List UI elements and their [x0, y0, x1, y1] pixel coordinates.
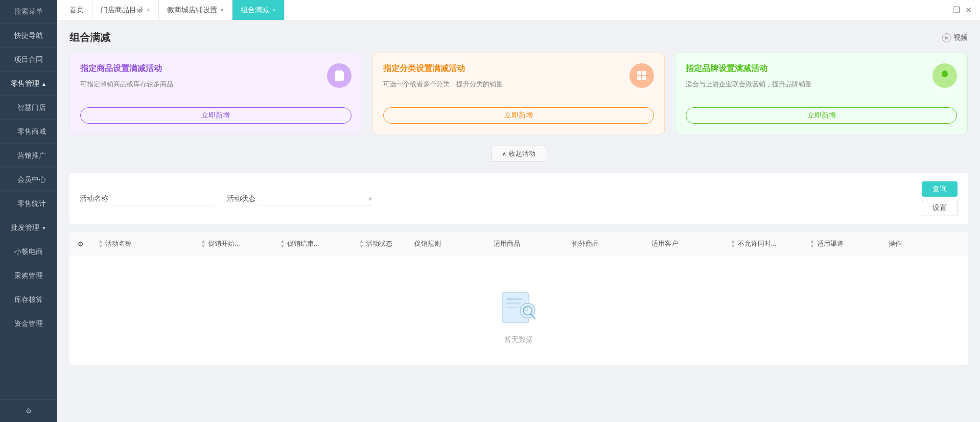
sidebar-item-wholesale-manage[interactable]: 批发管理 ▼: [0, 216, 57, 240]
svg-rect-2: [642, 71, 646, 75]
tab-store-catalog-close[interactable]: ×: [147, 7, 150, 14]
sidebar-item-finance[interactable]: 资金管理: [0, 312, 57, 336]
filter-activity-name-label: 活动名称: [80, 194, 108, 203]
chevron-down-icon: ▾: [368, 195, 372, 203]
sidebar-item-project-contract[interactable]: 项目合同: [0, 48, 57, 72]
activity-status-select[interactable]: ▾: [260, 193, 372, 205]
th-channel[interactable]: ▲▼ 适用渠道: [806, 232, 885, 255]
svg-rect-1: [637, 71, 641, 75]
page-title: 组合满减: [69, 31, 110, 44]
th-status[interactable]: ▲▼ 活动状态: [355, 232, 410, 255]
table-header: ⚙ ▲▼ 活动名称 ▲▼ 促销开始... ▲▼ 促销结束... ▲▼ 活动状态: [69, 232, 968, 255]
tab-combo-discount[interactable]: 组合满减 ×: [232, 0, 285, 20]
sidebar-item-label: 会员中心: [17, 175, 46, 184]
sidebar-item-label: 快捷导航: [14, 31, 43, 40]
tab-combo-discount-label: 组合满减: [241, 6, 269, 15]
promo-card-category: 指定分类设置满减活动 可选一个或者多个分类，提升分类的销量 立即新增: [372, 53, 665, 134]
svg-rect-3: [637, 76, 641, 80]
tab-wechat-store[interactable]: 微商城店铺设置 ×: [159, 0, 232, 20]
sidebar-item-label: 批发管理: [11, 223, 39, 232]
promo-card-brand-title: 指定品牌设置满减活动: [686, 63, 957, 74]
close-window-button[interactable]: ✕: [965, 5, 972, 15]
video-label: 视频: [953, 33, 968, 42]
th-ops: 操作: [884, 233, 964, 254]
sidebar-item-smart-store[interactable]: 智慧门店: [0, 96, 57, 120]
filter-activity-status: 活动状态 ▾: [227, 193, 372, 205]
sidebar-item-label: 零售统计: [17, 199, 46, 208]
chevron-down-icon: ▼: [41, 225, 46, 231]
query-button[interactable]: 查询: [922, 181, 958, 197]
sidebar-search-label: 搜索菜单: [14, 7, 43, 15]
promo-card-brand-btn[interactable]: 立即新增: [686, 107, 957, 124]
play-icon: ▶: [942, 33, 951, 42]
tab-store-catalog[interactable]: 门店商品目录 ×: [92, 0, 159, 20]
restore-window-button[interactable]: ❐: [953, 5, 960, 15]
th-name[interactable]: ▲▼ 活动名称: [94, 232, 197, 255]
sidebar-item-label: 智慧门店: [17, 103, 46, 112]
gear-icon: ⚙: [26, 407, 32, 415]
sort-icon: ▲▼: [201, 239, 206, 249]
sort-icon: ▲▼: [98, 239, 103, 249]
sidebar-item-label: 库存核算: [14, 295, 43, 304]
sidebar-item-member-center[interactable]: 会员中心: [0, 168, 57, 192]
promo-cards: 指定商品设置满减活动 可指定滞销商品或库存较多商品 立即新增 指定分类设置满减活…: [69, 53, 968, 134]
promo-card-category-title: 指定分类设置满减活动: [383, 63, 655, 74]
th-customer: 适用客户: [647, 233, 727, 254]
sort-icon: ▲▼: [731, 239, 736, 249]
window-controls: ❐ ✕: [949, 5, 976, 15]
sidebar-item-retail-manage[interactable]: 零售管理 ▲: [0, 72, 57, 96]
promo-card-category-icon: [629, 63, 654, 88]
video-link[interactable]: ▶ 视频: [942, 33, 968, 42]
gear-icon: ⚙: [78, 240, 84, 248]
th-conflict[interactable]: ▲▼ 不允许同时...: [727, 232, 806, 255]
collapse-button[interactable]: ∧ 收起活动: [491, 146, 546, 162]
sidebar-settings[interactable]: ⚙: [0, 399, 57, 422]
th-customer-label: 适用客户: [651, 239, 678, 248]
filter-actions: 查询 设置: [922, 181, 958, 216]
empty-icon: [493, 286, 544, 327]
sidebar-item-inventory[interactable]: 库存核算: [0, 288, 57, 312]
th-rule-label: 促销规则: [414, 239, 441, 248]
sidebar-item-label: 零售管理: [11, 79, 39, 88]
activity-name-input[interactable]: [112, 193, 215, 205]
tab-wechat-store-close[interactable]: ×: [220, 7, 224, 14]
sidebar-item-retail-mall[interactable]: 零售商城: [0, 120, 57, 144]
promo-card-category-desc: 可选一个或者多个分类，提升分类的销量: [383, 79, 655, 89]
sidebar-item-xiaochangec[interactable]: 小畅电商: [0, 240, 57, 264]
sidebar-item-retail-stats[interactable]: 零售统计: [0, 192, 57, 216]
promo-card-goods-desc: 可指定滞销商品或库存较多商品: [80, 79, 352, 89]
th-except: 例外商品: [568, 233, 647, 254]
settings-button[interactable]: 设置: [922, 200, 958, 216]
promo-card-goods-title: 指定商品设置满减活动: [80, 63, 352, 74]
svg-rect-8: [506, 307, 519, 308]
svg-rect-4: [642, 76, 646, 80]
th-conflict-label: 不允许同时...: [738, 239, 777, 248]
promo-card-goods-btn[interactable]: 立即新增: [80, 107, 352, 124]
th-name-label: 活动名称: [105, 239, 132, 248]
promo-card-brand: 指定品牌设置满减活动 适合与上游企业联合做营销，提升品牌销量 立即新增: [675, 53, 968, 134]
tab-combo-discount-close[interactable]: ×: [272, 7, 276, 14]
svg-rect-6: [506, 298, 523, 300]
tab-home[interactable]: 首页: [61, 0, 92, 20]
th-goods: 适用商品: [489, 233, 569, 254]
th-start-label: 促销开始...: [208, 239, 240, 248]
th-end[interactable]: ▲▼ 促销结束...: [276, 232, 355, 255]
th-goods-label: 适用商品: [494, 239, 520, 248]
sidebar-search[interactable]: 搜索菜单: [0, 0, 57, 24]
sidebar-item-label: 采购管理: [14, 271, 43, 280]
th-channel-label: 适用渠道: [817, 239, 844, 248]
sidebar: 搜索菜单 快捷导航 项目合同 零售管理 ▲ 智慧门店 零售商城 营销推广 会员中…: [0, 0, 57, 422]
collapse-icon: ∧: [502, 150, 507, 158]
th-except-label: 例外商品: [572, 239, 599, 248]
filter-bar: 活动名称 活动状态 ▾ 查询 设置: [69, 173, 968, 224]
table-wrapper: ⚙ ▲▼ 活动名称 ▲▼ 促销开始... ▲▼ 促销结束... ▲▼ 活动状态: [69, 232, 968, 365]
sidebar-item-marketing[interactable]: 营销推广: [0, 144, 57, 168]
th-gear[interactable]: ⚙: [74, 234, 94, 254]
filter-activity-name: 活动名称: [80, 193, 215, 205]
sidebar-item-purchase-manage[interactable]: 采购管理: [0, 264, 57, 288]
promo-card-category-btn[interactable]: 立即新增: [383, 107, 655, 124]
th-start[interactable]: ▲▼ 促销开始...: [197, 232, 276, 255]
sidebar-item-label: 资金管理: [14, 319, 43, 329]
sidebar-item-quick-nav[interactable]: 快捷导航: [0, 24, 57, 48]
sort-icon: ▲▼: [280, 239, 285, 249]
